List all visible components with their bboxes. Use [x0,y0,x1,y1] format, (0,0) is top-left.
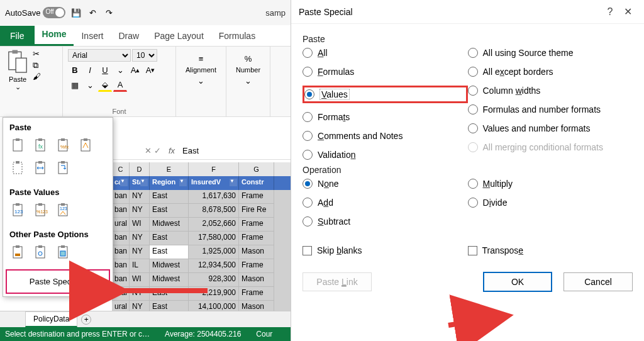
paste-link-button: Paste Link [303,272,372,291]
check-skip-blanks[interactable]: Skip blanks [303,245,468,255]
radio-comments[interactable]: Comments and Notes [303,131,468,141]
undo-icon[interactable]: ↶ [87,7,98,18]
paste-keep-formatting-icon[interactable] [77,136,96,155]
field-headers[interactable]: cat Sta Region InsuredV Constr [112,176,291,190]
radio-subtract[interactable]: Subtract [303,216,468,226]
bold-button[interactable]: B [68,63,82,77]
help-icon[interactable]: ? [601,6,619,18]
font-color-icon[interactable]: A [113,78,127,92]
table-row[interactable]: banNYEast1,617,630Frame [112,190,291,204]
svg-rect-16 [38,161,42,164]
paste-link-icon[interactable] [32,243,51,262]
radio-formulas-nf[interactable]: Formulas and number formats [468,104,633,115]
radio-formulas[interactable]: Formulas [303,67,468,77]
table-row[interactable]: banNYEast17,580,000Frame [112,232,291,245]
paste-values-icon[interactable]: 123 [9,201,28,220]
decrease-font-icon[interactable]: A▾ [143,63,157,77]
svg-rect-13 [13,162,22,174]
title-bar: AutoSave Off 💾 ↶ ↷ samp [0,0,291,25]
table-row[interactable]: banNYEast1,925,000Mason [112,245,291,259]
column-headers[interactable]: C D E F G [112,162,291,176]
grid[interactable]: C D E F G cat Sta Region InsuredV Constr… [112,162,291,328]
cancel-icon[interactable]: ✕ [145,146,152,155]
status-bar: Select destination and press ENTER or c…… [0,327,291,341]
cut-icon[interactable]: ✂ [33,49,44,59]
tab-draw[interactable]: Draw [111,26,147,46]
format-painter-icon[interactable]: 🖌 [33,72,44,82]
table-row[interactable]: banILMidwest12,934,500Frame [112,259,291,273]
radio-values[interactable]: Values [304,89,350,100]
borders-icon[interactable]: ▦ [68,78,82,92]
sheet-tab-policydata[interactable]: PolicyData [25,311,77,327]
radio-divide[interactable]: Divide [468,198,633,208]
svg-rect-26 [61,203,65,206]
ok-button[interactable]: OK [483,272,552,292]
autosave-toggle[interactable]: AutoSave Off [5,7,65,18]
check-transpose[interactable]: Transpose [468,245,633,255]
svg-rect-18 [61,161,65,164]
chevron-down-icon[interactable]: ⌄ [197,76,204,86]
paste-all-icon[interactable] [9,136,28,155]
tab-insert[interactable]: Insert [74,26,111,46]
paste-no-borders-icon[interactable] [9,159,28,177]
svg-rect-23 [38,203,42,206]
svg-rect-3 [13,140,22,151]
italic-button[interactable]: I [83,63,97,77]
radio-all-except-borders[interactable]: All except borders [468,67,633,77]
chevron-down-icon[interactable]: ⌄ [83,78,97,92]
svg-rect-2 [16,58,26,72]
radio-validation[interactable]: Validation [303,150,468,160]
fill-color-icon[interactable]: ⬙ [98,78,112,92]
radio-all-merge: All merging conditional formats [468,142,633,152]
chevron-down-icon[interactable]: ⌄ [245,76,252,86]
toggle-switch[interactable]: Off [43,7,65,18]
table-row[interactable]: uralNYEast2,219,900Frame [112,287,291,301]
underline-button[interactable]: U [98,63,112,77]
paste-transpose-icon[interactable] [55,159,74,177]
close-icon[interactable]: ✕ [619,6,636,18]
align-icon[interactable]: ≡ [199,54,204,64]
status-average: Average: 2504405.216 [165,330,241,338]
copy-icon[interactable]: ⧉ [33,60,44,70]
paste-col-width-icon[interactable] [32,159,51,177]
sheet-tabs: PolicyData + [0,311,291,327]
svg-rect-31 [36,247,45,258]
paste-button[interactable]: Paste ⌄ [5,49,30,91]
chevron-down-icon[interactable]: ⌄ [113,63,127,77]
radio-values-nf[interactable]: Values and number formats [468,123,633,133]
tab-page-layout[interactable]: Page Layout [147,26,211,46]
paste-formulas-icon[interactable]: fx [32,136,51,155]
increase-font-icon[interactable]: A▴ [128,63,142,77]
radio-none[interactable]: None [303,179,468,189]
tab-file[interactable]: File [0,26,35,46]
font-size-select[interactable]: 10 [132,49,157,62]
redo-icon[interactable]: ↷ [103,7,114,18]
paste-formatting-icon[interactable] [9,243,28,262]
table-row[interactable]: uralWIMidwest2,052,660Frame [112,218,291,232]
paste-formulas-nf-icon[interactable]: %fx [55,136,74,155]
paste-values-format-icon[interactable]: 123 [55,201,74,220]
radio-multiply[interactable]: Multiply [468,179,633,189]
radio-col-widths[interactable]: Column widths [468,86,633,96]
table-row[interactable]: banNYEast8,678,500Fire Re [112,204,291,218]
radio-all[interactable]: All [303,48,468,58]
radio-formats[interactable]: Formats [303,112,468,122]
paste-picture-icon[interactable] [55,243,74,262]
svg-rect-9 [61,138,65,141]
tab-formulas[interactable]: Formulas [211,26,263,46]
table-row[interactable]: banWIMidwest928,300Mason [112,273,291,287]
new-sheet-icon[interactable]: + [81,315,91,325]
fx-icon[interactable]: fx [169,146,175,155]
cancel-button[interactable]: Cancel [564,272,633,291]
chevron-down-icon[interactable]: ⌄ [5,83,30,91]
formula-input[interactable] [180,145,291,157]
paste-values-nf-icon[interactable]: %123 [32,201,51,220]
font-name-select[interactable]: Arial [68,49,131,62]
percent-icon[interactable]: % [245,54,252,64]
enter-icon[interactable]: ✓ [154,146,161,155]
tab-home[interactable]: Home [35,24,74,46]
save-icon[interactable]: 💾 [70,7,82,18]
radio-add[interactable]: Add [303,198,468,208]
paste-special-menuitem[interactable]: Paste Special... [6,269,110,294]
radio-all-theme[interactable]: All using Source theme [468,48,633,58]
